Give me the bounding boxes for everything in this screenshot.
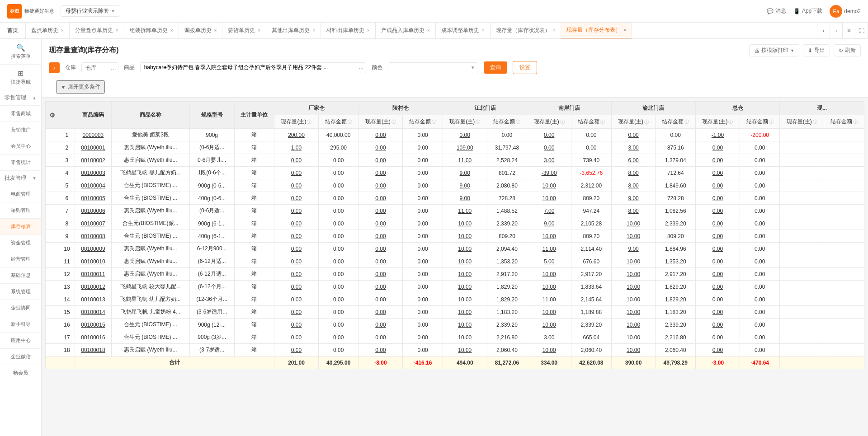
row-nanan-stock[interactable]: 9.00	[527, 217, 571, 230]
row-code[interactable]: 00100009	[75, 243, 111, 255]
expand-more-btn[interactable]: ▼ 展开更多条件	[56, 80, 105, 94]
row-code[interactable]: 00100015	[75, 319, 111, 331]
row-nanan-stock[interactable]: 0.00	[527, 129, 571, 141]
row-nanan-stock[interactable]: 5.00	[527, 255, 571, 268]
row-nanan-stock[interactable]: 10.00	[527, 230, 571, 243]
row-total-stock[interactable]: 0.00	[696, 331, 740, 344]
row-yubei-stock[interactable]: 10.00	[611, 331, 656, 344]
row-jiangbei-stock[interactable]: 10.00	[443, 281, 487, 293]
refresh-btn[interactable]: ↻ 刷新	[834, 44, 861, 56]
row-mountain-stock[interactable]: 0.00	[359, 255, 403, 268]
row-jiangbei-stock[interactable]: 10.00	[443, 306, 487, 319]
close-icon[interactable]: ×	[61, 28, 64, 33]
close-icon[interactable]: ×	[482, 28, 485, 33]
row-jiangbei-stock[interactable]: 0.00	[443, 129, 487, 141]
row-jiangbei-stock[interactable]: 10.00	[443, 293, 487, 306]
row-code[interactable]: 00100008	[75, 230, 111, 243]
row-code[interactable]: 00100004	[75, 179, 111, 192]
row-total-stock[interactable]: 0.00	[696, 281, 740, 293]
row-mountain-stock[interactable]: 0.00	[359, 129, 403, 141]
user-menu[interactable]: Ea demo2	[830, 5, 861, 18]
row-nanan-stock[interactable]: 11.00	[527, 293, 571, 306]
warehouse-input[interactable]	[82, 63, 109, 73]
tab-material-out[interactable]: 材料出库单历史 ×	[321, 23, 376, 39]
row-code[interactable]: 00100014	[75, 306, 111, 319]
row-factory-stock[interactable]: 0.00	[274, 217, 319, 230]
row-total-stock[interactable]: -1.00	[696, 129, 740, 141]
row-jiangbei-stock[interactable]: 9.00	[443, 179, 487, 192]
sidebar-item-member-center[interactable]: 会员中心	[0, 138, 41, 155]
table-settings-icon[interactable]: ⚙	[49, 112, 55, 119]
row-nanan-stock[interactable]: 10.00	[527, 281, 571, 293]
row-factory-stock[interactable]: 0.00	[274, 255, 319, 268]
close-icon[interactable]: ×	[312, 28, 315, 33]
row-nanan-stock[interactable]: 11.00	[527, 243, 571, 255]
tab-split-count[interactable]: 分量盘点单历史 ×	[70, 23, 124, 39]
row-total-stock[interactable]: 0.00	[696, 167, 740, 179]
row-mountain-stock[interactable]: 0.00	[359, 306, 403, 319]
row-code[interactable]: 00100003	[75, 167, 111, 179]
row-nanan-stock[interactable]: 0.00	[527, 141, 571, 154]
info-icon[interactable]: ⓘ	[853, 119, 858, 124]
row-factory-stock[interactable]: 0.00	[274, 319, 319, 331]
info-icon[interactable]: ⓘ	[307, 119, 311, 124]
sidebar-item-enterprise-wechat[interactable]: 企业微信	[0, 349, 41, 365]
row-code[interactable]: 00100001	[75, 141, 111, 154]
sidebar-item-system[interactable]: 系统管理	[0, 284, 41, 300]
tab-other-out[interactable]: 其他出库单历史 ×	[266, 23, 321, 39]
tab-product-in[interactable]: 产成品入库单历史 ×	[376, 23, 436, 39]
sidebar-item-base-info[interactable]: 基础信息	[0, 267, 41, 284]
product-input[interactable]	[141, 63, 357, 73]
info-icon[interactable]: ⓘ	[348, 119, 352, 124]
row-total-stock[interactable]: 0.00	[696, 344, 740, 356]
row-yubei-stock[interactable]: 10.00	[611, 319, 656, 331]
row-yubei-stock[interactable]: 8.00	[611, 167, 656, 179]
row-code[interactable]: 00100018	[75, 344, 111, 356]
row-factory-stock[interactable]: 0.00	[274, 243, 319, 255]
info-icon[interactable]: ⓘ	[813, 119, 817, 124]
sidebar-item-membership[interactable]: 畅会员	[0, 365, 41, 381]
row-mountain-stock[interactable]: 0.00	[359, 331, 403, 344]
row-mountain-stock[interactable]: 0.00	[359, 293, 403, 306]
row-code[interactable]: 00100013	[75, 293, 111, 306]
row-total-stock[interactable]: 0.00	[696, 319, 740, 331]
row-total-stock[interactable]: 0.00	[696, 179, 740, 192]
close-icon[interactable]: ×	[214, 28, 217, 33]
sidebar-item-retail-stats[interactable]: 零售统计	[0, 155, 41, 171]
row-yubei-stock[interactable]: 9.00	[611, 192, 656, 205]
tab-order[interactable]: 要货单历史 ×	[222, 23, 266, 39]
row-jiangbei-stock[interactable]: 11.00	[443, 154, 487, 167]
row-mountain-stock[interactable]: 0.00	[359, 319, 403, 331]
row-mountain-stock[interactable]: 0.00	[359, 281, 403, 293]
row-total-stock[interactable]: 0.00	[696, 230, 740, 243]
sidebar-item-quick-nav[interactable]: ⊞ 快捷导航	[0, 65, 41, 90]
row-factory-stock[interactable]: 0.00	[274, 306, 319, 319]
row-nanan-stock[interactable]: 10.00	[527, 344, 571, 356]
row-yubei-stock[interactable]: 10.00	[611, 255, 656, 268]
nav-close-btn[interactable]: ✕	[843, 23, 855, 39]
color-dropdown-icon[interactable]: ▼	[471, 65, 478, 70]
row-factory-stock[interactable]: 0.00	[274, 230, 319, 243]
sidebar-item-purchase[interactable]: 采购管理	[0, 202, 41, 219]
row-total-stock[interactable]: 0.00	[696, 217, 740, 230]
row-code[interactable]: 00100016	[75, 331, 111, 344]
info-icon[interactable]: ⓘ	[644, 119, 649, 124]
tab-home[interactable]: 首页	[0, 23, 26, 39]
row-factory-stock[interactable]: 1.00	[274, 141, 319, 154]
row-code[interactable]: 00100005	[75, 192, 111, 205]
nav-left-arrow[interactable]: ‹	[817, 23, 830, 39]
row-factory-stock[interactable]: 0.00	[274, 293, 319, 306]
row-nanan-stock[interactable]: 10.00	[527, 179, 571, 192]
sidebar-item-ecommerce[interactable]: 电商管理	[0, 186, 41, 202]
row-yubei-stock[interactable]: 10.00	[611, 344, 656, 356]
search-btn[interactable]: 查询	[484, 61, 507, 74]
row-total-stock[interactable]: 0.00	[696, 192, 740, 205]
info-icon[interactable]: ⓘ	[432, 119, 436, 124]
message-btn[interactable]: 💬 消息	[767, 7, 786, 15]
row-yubei-stock[interactable]: 8.00	[611, 205, 656, 217]
row-mountain-stock[interactable]: 0.00	[359, 179, 403, 192]
row-mountain-stock[interactable]: 0.00	[359, 205, 403, 217]
row-yubei-stock[interactable]: 10.00	[611, 268, 656, 281]
sidebar-item-retail-mgmt[interactable]: 零售管理 ▲	[0, 90, 41, 106]
row-total-stock[interactable]: 0.00	[696, 293, 740, 306]
